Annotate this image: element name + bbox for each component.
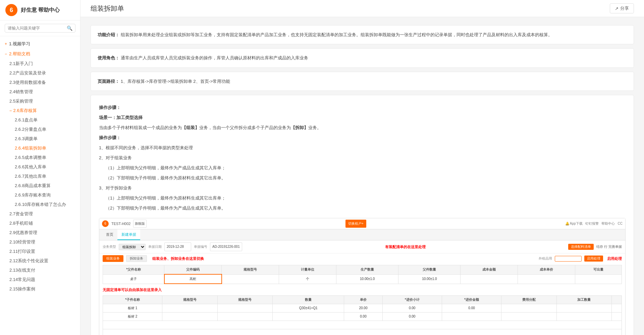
mock-lower-table: *子件名称 规格型号 规格型号 数量 单价 *进价小计 *进价金额 费用分配 加… — [103, 295, 622, 335]
mock-annotation4: 无固定清单可以自由添加在这里录入 — [99, 285, 625, 294]
mock-lth-9: 加工数量 — [556, 296, 611, 304]
mock-lower-row-4 — [103, 329, 622, 335]
step2: 2、对于组装业务 — [99, 154, 626, 162]
sidebar-item-2-6-4[interactable]: 2.6.4组装拆卸单 — [0, 144, 80, 153]
mock-type-assemble[interactable]: 组装业务 — [103, 255, 123, 262]
sidebar-item-2-11[interactable]: 2.11打印设置 — [0, 247, 80, 256]
sidebar: 6 好生意 帮助中心 🔍 + 1.视频学习 − 2.帮助文档 2.1新手入门 2… — [0, 0, 80, 335]
sidebar-nav: + 1.视频学习 − 2.帮助文档 2.1新手入门 2.2产品安装及登录 2.3… — [0, 36, 80, 335]
sidebar-item-2-6-9[interactable]: 2.6.9库存账本查询 — [0, 190, 80, 200]
mock-lr2-c4 — [272, 313, 344, 321]
sidebar-item-2-6-6[interactable]: 2.6.6其他入库单 — [0, 162, 80, 172]
mock-lth-5: 单价 — [344, 296, 382, 304]
mock-lr2-c5: 0.00 — [344, 313, 382, 321]
mock-upper-cell-unit: 个 — [279, 274, 336, 284]
mock-logo: 6 — [102, 220, 109, 227]
mock-lth-2: 规格型号 — [162, 296, 217, 304]
mock-upper-cell-fath-qty: 10.00±1.0 — [398, 274, 461, 284]
sidebar-item-2-9[interactable]: 2.9优惠券管理 — [0, 228, 80, 237]
step3-1: （1）上部明细为父件明细，最终作为原材料生成其它出库单； — [106, 194, 626, 203]
mock-annotation2: 组装业务、拆卸业务在这里切换 — [152, 255, 204, 262]
step1: 1、根据不同的业务，选择不同单据的类型来处理 — [99, 144, 626, 152]
sidebar-item-2-3[interactable]: 2.3使用前数据准备 — [0, 78, 80, 87]
page-title: 组装拆卸单 — [91, 4, 124, 13]
mock-lr1-c1: 板材 1 — [103, 304, 162, 313]
mock-lth-4: 数量 — [272, 296, 344, 304]
mock-upper-table: *父件名称 父件编码 规格型号 计量单位 生产数量 父件数量 成本金额 成本单价… — [103, 265, 622, 284]
mock-lr1-c9 — [556, 304, 611, 313]
mock-lth-10 — [611, 296, 622, 304]
sidebar-label-1: 1.视频学习 — [9, 41, 30, 47]
mock-icons: 🔔 App下载 钉钉报警 帮助中心 CC — [565, 220, 623, 227]
sidebar-item-2-14[interactable]: 2.14常见问题 — [0, 275, 80, 284]
mock-form-bar: 业务类型 组装拆卸 单据日期 2019-12-28 单据编号 AD-201912… — [99, 240, 625, 254]
mock-lr3-empty — [103, 321, 622, 329]
sidebar-item-2-6-2[interactable]: 2.6.2分量盘点单 — [0, 125, 80, 134]
mock-lr2-c8 — [501, 313, 556, 321]
sidebar-item-2-6-8[interactable]: 2.6.8商品成本重算 — [0, 181, 80, 190]
sidebar-item-2-8[interactable]: 2.8手机旺铺 — [0, 219, 80, 228]
mock-tab-home[interactable]: 首页 — [102, 229, 117, 240]
search-icon[interactable]: 🔍 — [67, 25, 72, 31]
sidebar-item-2-10[interactable]: 2.10经营管理 — [0, 237, 80, 247]
sidebar-item-2-6-10[interactable]: 2.6.10库存账本错了怎么办 — [0, 200, 80, 209]
sidebar-item-docs[interactable]: − 2.帮助文档 — [0, 49, 80, 59]
mock-assembly-btn[interactable]: 选择配料清单 — [568, 244, 594, 250]
sidebar-item-2-6[interactable]: − 2.6库存核算 — [0, 106, 80, 115]
mock-actions: 结存 行 完善单据 — [596, 243, 622, 250]
mock-company: TEST-H002 — [111, 220, 130, 227]
sidebar-item-2-7[interactable]: 2.7资金管理 — [0, 209, 80, 219]
sidebar-item-2-6-3[interactable]: 2.6.3调拨单 — [0, 134, 80, 144]
sidebar-item-2-6-5[interactable]: 2.6.5成本调整单 — [0, 153, 80, 162]
sidebar-item-2-6-7[interactable]: 2.6.7其他出库单 — [0, 172, 80, 181]
mock-new-btn[interactable]: 切换租户+ — [345, 220, 366, 228]
sidebar-item-2-2[interactable]: 2.2产品安装及登录 — [0, 68, 80, 78]
sidebar-item-2-6-1[interactable]: 2.6.1盘点单 — [0, 115, 80, 125]
mock-type-disassemble[interactable]: 拆卸业务 — [126, 255, 147, 262]
path-text: 1、库存核算->库存管理->组装拆卸单 2、首页->常用功能 — [121, 79, 230, 84]
sidebar-item-2-12[interactable]: 2.12系统个性化设置 — [0, 256, 80, 266]
mock-lr1-c2 — [162, 304, 217, 313]
steps-label: 操作步骤： — [99, 135, 121, 140]
main-content-body: 操作步骤： 场景一：加工类型选择 当由多个子件材料组装成一个成品的业务为【组装】… — [91, 95, 634, 335]
mock-lr2-c9 — [556, 313, 611, 321]
mock-th-unit: 计量单位 — [279, 265, 336, 275]
sidebar-item-2-13[interactable]: 2.13在线支付 — [0, 266, 80, 275]
step3-2: （2）下部明细为子件明细，最终作为产成品生成其它入库单。 — [106, 204, 626, 213]
mock-worker-input[interactable] — [555, 256, 582, 262]
search-input[interactable] — [8, 26, 67, 31]
mock-lth-7: *进价金额 — [442, 296, 501, 304]
mock-upper-row-1: 桌子 高柜 个 10.00±1.0 10.00±1.0 — [103, 274, 622, 284]
collapse-icon: − — [5, 52, 7, 56]
mock-lr1-c10 — [611, 304, 622, 313]
search-box[interactable]: 🔍 — [5, 24, 75, 33]
mock-lower-table-area: *子件名称 规格型号 规格型号 数量 单价 *进价小计 *进价金额 费用分配 加… — [99, 294, 625, 335]
mock-upper-cell-code: 高柜 — [164, 274, 222, 284]
mock-upper-cell-cost-prc — [518, 274, 575, 284]
mock-type-label: 业务类型 — [103, 243, 116, 250]
mock-lr1-c8 — [501, 304, 556, 313]
mock-lower-row-2: 板材 2 0.00 0.00 — [103, 313, 622, 321]
share-button[interactable]: ↗ 分享 — [610, 3, 634, 13]
mock-tabs: 首页 新建单据 — [99, 229, 625, 240]
mock-process-btn[interactable]: 启用处理 — [584, 256, 603, 262]
mock-th-father-code: 父件编码 — [164, 265, 222, 275]
mock-lr2-c6: 0.00 — [382, 313, 442, 321]
sidebar-item-2-1[interactable]: 2.1新手入门 — [0, 59, 80, 68]
sidebar-item-2-15[interactable]: 2.15操作案例 — [0, 284, 80, 294]
sidebar-item-2-4[interactable]: 2.4销售管理 — [0, 87, 80, 97]
intro-label: 功能介绍： — [98, 32, 119, 37]
mock-annotation3: 启用处理 — [607, 255, 622, 262]
sidebar-item-video[interactable]: + 1.视频学习 — [0, 39, 80, 49]
scene1-desc: 当由多个子件材料组装成一个成品的业务为【组装】业务，当由一个父件拆分成多个子产品… — [99, 123, 626, 132]
mock-version: 旗舰版 — [133, 220, 147, 228]
mock-tab-new[interactable]: 新建单据 — [117, 229, 140, 240]
mock-screen: 6 TEST-H002 旗舰版 切换租户+ 🔔 App下载 钉钉报警 帮助中心 … — [99, 218, 625, 335]
mock-upper-cell-spec — [222, 274, 279, 284]
collapse-icon-2-6: − — [9, 108, 12, 113]
intro-section: 功能介绍： 组装拆卸单用来处理企业组装或拆卸等加工业务，支持有固定装配清单的产品… — [91, 25, 634, 44]
mock-type-select[interactable]: 组装拆卸 — [119, 244, 146, 250]
mock-lr1-c7: 0.00 — [442, 304, 501, 313]
sidebar-item-2-5[interactable]: 2.5采购管理 — [0, 97, 80, 106]
sidebar-label-2: 2.帮助文档 — [9, 51, 30, 57]
